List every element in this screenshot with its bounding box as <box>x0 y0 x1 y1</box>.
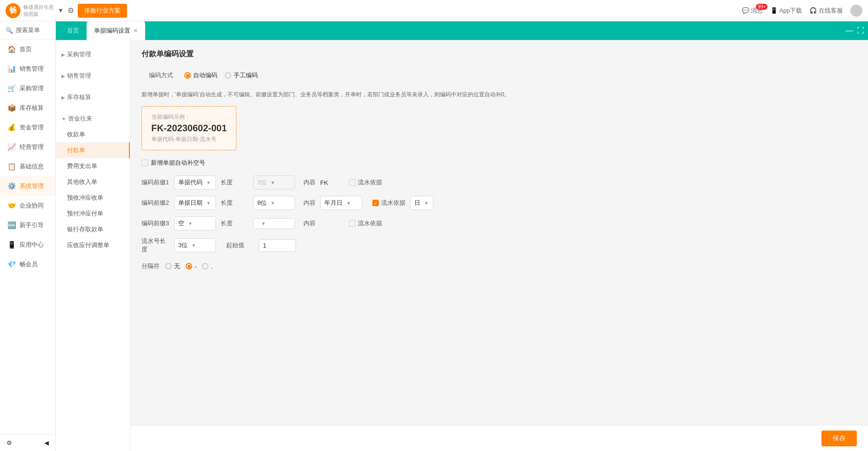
sidebar-item-newbie[interactable]: 🆕 新手引导 <box>0 215 55 235</box>
sidebar-item-enterprise[interactable]: 🤝 企业协同 <box>0 196 55 215</box>
service-btn[interactable]: 🎧 在线客服 <box>809 7 843 15</box>
serial-length-select[interactable]: 3位 ▼ <box>174 238 216 252</box>
tabbar-actions: — ⛶ <box>846 27 864 35</box>
length1-label: 长度 <box>221 178 249 187</box>
encode-method-row: 编码方式 自动编码 手工编码 <box>141 67 857 84</box>
prefix3-select[interactable]: 空 ▼ <box>174 216 216 230</box>
divider-none-circle <box>165 263 172 269</box>
length1-select: 2位 ▼ <box>253 175 295 189</box>
nav-dropdown[interactable]: ▼ <box>58 7 64 14</box>
content3-label: 内容 <box>303 219 316 228</box>
sidebar-item-home[interactable]: 🏠 首页 <box>0 40 55 59</box>
topbar-left: 畅 畅捷通好生意 插图版 ▼ ⚙ 体验行业方案 <box>6 3 127 18</box>
message-btn[interactable]: 💬 消息 99+ <box>742 7 763 15</box>
submenu-item-payment[interactable]: 付款单 <box>56 142 130 158</box>
submenu-item-bank[interactable]: 银行存取款单 <box>56 222 130 237</box>
submenu-capital[interactable]: ▼ 资金往来 <box>56 111 130 127</box>
submenu-item-receipt[interactable]: 收款单 <box>56 127 130 142</box>
tab-maximize-icon[interactable]: ⛶ <box>857 27 864 35</box>
sidebar-settings-icon[interactable]: ⚙ <box>7 439 12 446</box>
purchase-icon: 🛒 <box>7 84 16 93</box>
tab-minimize-icon[interactable]: — <box>846 27 853 35</box>
waterflow1-label: 流水依据 <box>358 178 382 187</box>
length3-select[interactable]: ▼ <box>253 218 295 229</box>
sidebar-item-purchase[interactable]: 🛒 采购管理 <box>0 79 55 98</box>
radio-group-encode: 自动编码 手工编码 <box>184 71 258 80</box>
submenu-item-other-income[interactable]: 其他收入单 <box>56 174 130 190</box>
prefix2-select[interactable]: 单据日期 ▼ <box>174 196 216 210</box>
submenu-inventory[interactable]: ▶ 库存核算 <box>56 89 130 105</box>
auto-fill-label: 新增单据自动补空号 <box>151 159 205 167</box>
sidebar-item-label: 应用中心 <box>20 241 44 249</box>
app-icon: 📱 <box>770 7 778 14</box>
period2-select[interactable]: 日 ▼ <box>410 196 433 210</box>
search-menu[interactable]: 🔍 搜索菜单 <box>0 21 55 40</box>
submenu-sales-label: 销售管理 <box>67 72 91 80</box>
divider-none-radio[interactable]: 无 <box>165 262 180 270</box>
auto-fill-checkbox[interactable] <box>141 160 148 166</box>
prefix1-label: 编码前缀1 <box>141 178 169 187</box>
user-area[interactable] <box>850 5 862 17</box>
sidebar-item-operations[interactable]: 📈 经营管理 <box>0 137 55 157</box>
submenu-capital-label: 资金往来 <box>68 114 92 123</box>
sidebar-bottom: ⚙ ◀ <box>0 434 55 451</box>
content2-arrow-icon: ▼ <box>346 201 351 206</box>
serial-row: 流水号长度 3位 ▼ 起始值 <box>141 237 857 254</box>
sidebar-item-app[interactable]: 📱 应用中心 <box>0 235 55 255</box>
arrow-right-icon: ▶ <box>61 52 65 57</box>
sidebar-item-system[interactable]: ⚙️ 系统管理 <box>0 176 55 196</box>
preview-label: 当前编码示例： <box>151 113 227 121</box>
submenu-item-expense[interactable]: 费用支出单 <box>56 158 130 174</box>
sidebar-item-label: 库存核算 <box>20 104 44 112</box>
dropdown-text: ▼ <box>58 7 64 14</box>
divider-dot-radio[interactable]: . <box>202 263 213 270</box>
preview-code: FK-20230602-001 <box>151 123 227 134</box>
submenu-item-adjust[interactable]: 应收应付调整单 <box>56 237 130 253</box>
industry-btn[interactable]: 体验行业方案 <box>78 4 127 18</box>
tab-home[interactable]: 首页 <box>60 21 87 40</box>
content2-select[interactable]: 年月日 ▼ <box>320 196 362 210</box>
sidebar: 🔍 搜索菜单 🏠 首页 📊 销售管理 🛒 采购管理 📦 库存核算 💰 资金管理 … <box>0 21 56 451</box>
submenu-item-prepay-payable[interactable]: 预付冲应付单 <box>56 206 130 222</box>
length2-select[interactable]: 8位 ▼ <box>253 196 295 210</box>
sidebar-item-label: 采购管理 <box>20 84 44 93</box>
submenu-item-prepay-receivable[interactable]: 预收冲应收单 <box>56 190 130 206</box>
tab-close-icon[interactable]: ✕ <box>133 27 138 34</box>
submenu-purchase[interactable]: ▶ 采购管理 <box>56 47 130 62</box>
radio-auto-circle <box>184 72 191 79</box>
save-button[interactable]: 保存 <box>821 431 857 446</box>
tab-encode-setting[interactable]: 单据编码设置 ✕ <box>87 21 145 40</box>
sidebar-item-inventory[interactable]: 📦 库存核算 <box>0 98 55 118</box>
arrow-right-icon: ▶ <box>61 95 65 100</box>
radio-auto[interactable]: 自动编码 <box>184 71 217 80</box>
radio-manual[interactable]: 手工编码 <box>225 71 258 80</box>
sidebar-item-sales[interactable]: 📊 销售管理 <box>0 59 55 79</box>
topbar-right: 💬 消息 99+ 📱 App下载 🎧 在线客服 <box>742 5 862 17</box>
app-download-btn[interactable]: 📱 App下载 <box>770 7 802 15</box>
length2-label: 长度 <box>221 199 249 207</box>
submenu: ▶ 采购管理 ▶ 销售管理 ▶ 库存核算 ▼ 资金往来 <box>56 40 130 451</box>
prefix3-value: 空 <box>178 219 184 228</box>
main: 首页 单据编码设置 ✕ — ⛶ ▶ 采购管理 ▶ 销售管理 <box>56 21 868 451</box>
sidebar-item-finance[interactable]: 💰 资金管理 <box>0 118 55 137</box>
period2-arrow-icon: ▼ <box>424 201 429 206</box>
prefix1-select[interactable]: 单据代码 ▼ <box>174 175 216 189</box>
waterflow1-check[interactable]: 流水依据 <box>349 178 382 187</box>
settings-icon[interactable]: ⚙ <box>67 6 74 15</box>
divider-dash-radio[interactable]: - <box>186 263 196 270</box>
length2-arrow-icon: ▼ <box>270 201 275 206</box>
content1-value: FK <box>320 179 339 186</box>
waterflow3-check[interactable]: 流水依据 <box>349 219 382 228</box>
waterflow2-check[interactable]: ✓ 流水依据 <box>372 199 405 207</box>
sidebar-collapse-icon[interactable]: ◀ <box>44 439 49 446</box>
search-menu-label: 搜索菜单 <box>16 26 40 34</box>
sidebar-item-base[interactable]: 📋 基础信息 <box>0 157 55 176</box>
content2-label: 内容 <box>303 199 316 207</box>
submenu-sales[interactable]: ▶ 销售管理 <box>56 68 130 84</box>
form-wrapper: 付款单编码设置 编码方式 自动编码 手工编码 <box>130 40 868 451</box>
start-value-input[interactable] <box>259 239 296 252</box>
sidebar-item-member[interactable]: 💎 畅会员 <box>0 255 55 274</box>
preview-box: 当前编码示例： FK-20230602-001 单据代码-单据日期-流水号 <box>141 106 236 150</box>
radio-manual-circle <box>225 72 231 79</box>
submenu-group-inventory: ▶ 库存核算 <box>56 87 130 108</box>
